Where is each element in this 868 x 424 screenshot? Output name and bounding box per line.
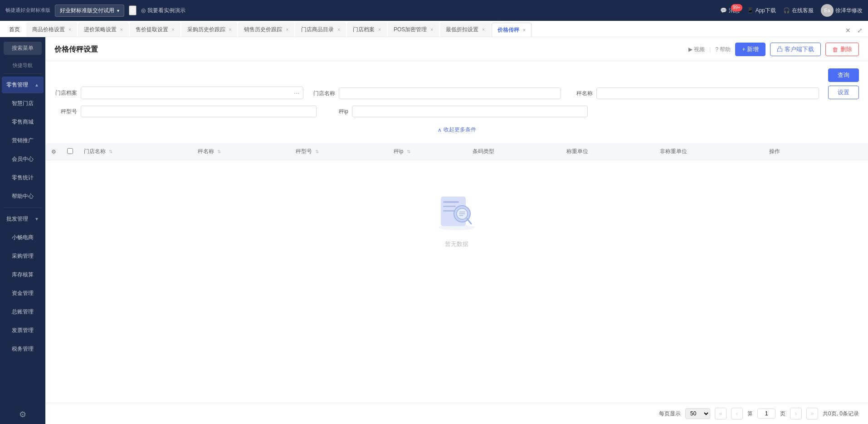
expand-tabs-button[interactable]: ⤢ <box>855 26 864 35</box>
sidebar-item-retail-mgmt[interactable]: 零售管理 ▲ <box>2 77 44 93</box>
select-all-checkbox[interactable] <box>67 148 73 154</box>
sort-icon[interactable]: ⇅ <box>315 149 319 154</box>
empty-state: 暂无数据 <box>45 160 868 275</box>
tab-home[interactable]: 首页 <box>4 22 25 37</box>
close-tab-button[interactable]: ✕ <box>844 26 853 35</box>
tab-store-catalog[interactable]: 门店商品目录 × <box>295 22 346 37</box>
scale-name-label: 秤名称 <box>570 90 593 97</box>
next-page-button[interactable]: › <box>790 408 802 419</box>
store-archive-group: 门店档案 ··· <box>54 87 303 99</box>
sidebar-quick-nav[interactable]: 快捷导航 <box>0 59 45 72</box>
sidebar-item-tax-mgmt[interactable]: 税务管理 <box>2 341 44 357</box>
sidebar-item-member-center[interactable]: 会员中心 <box>2 151 44 168</box>
table-header-row: ⚙ 门店名称 ⇅ 秤名称 ⇅ 秤型号 <box>45 143 868 160</box>
search-button[interactable]: 查询 <box>828 68 859 82</box>
page-label: 算 <box>747 410 753 418</box>
th-weight-unit: 称重单位 <box>561 143 655 160</box>
settings-icon[interactable]: ⚙ <box>0 405 45 424</box>
tab-sales-history[interactable]: 销售历史价跟踪 × <box>238 22 294 37</box>
delete-icon: 🗑 <box>832 46 838 53</box>
search-menu-button[interactable]: 搜索菜单 <box>4 42 42 55</box>
content-area: 价格传秤设置 ▶ 视频 | ? 帮助 + 新增 凸 客户端下载 🗑 <box>45 37 868 424</box>
tab-price-transfer[interactable]: 价格传秤 × <box>492 23 532 37</box>
store-name-group: 门店名称 <box>312 87 561 99</box>
close-icon[interactable]: × <box>482 27 485 32</box>
first-page-button[interactable]: « <box>715 408 727 419</box>
scale-model-input[interactable] <box>81 106 317 117</box>
video-help-link[interactable]: ▶ 视频 <box>688 46 705 53</box>
sort-icon[interactable]: ⇅ <box>109 149 112 154</box>
th-ops: 操作 <box>764 143 868 160</box>
sidebar-item-marketing[interactable]: 营销推广 <box>2 132 44 149</box>
demo-button[interactable]: ◎ 我要看实例演示 <box>141 7 185 14</box>
close-icon[interactable]: × <box>337 27 340 32</box>
sidebar-item-retail-stats[interactable]: 零售统计 <box>2 169 44 186</box>
close-icon[interactable]: × <box>286 27 288 32</box>
main-layout: 搜索菜单 快捷导航 零售管理 ▲ 智慧门店 零售商城 营销推广 会员中心 零售统… <box>0 37 868 424</box>
pagination-bar: 每页显示 50 20 100 « ‹ 算 页 › » 共0页, 0条记录 <box>45 403 868 424</box>
top-bar-right: 💬 消息 99+ 📱 App下载 🎧 在线客服 Ea 徐泽华修改 <box>720 4 863 17</box>
page-size-select[interactable]: 50 20 100 <box>685 408 710 419</box>
close-icon[interactable]: × <box>378 27 381 32</box>
store-archive-input[interactable] <box>81 87 290 99</box>
sidebar-item-help-center[interactable]: 帮助中心 <box>2 188 44 205</box>
sort-icon[interactable]: ⇅ <box>407 149 410 154</box>
page-number-input[interactable] <box>757 409 775 419</box>
tab-pos-management[interactable]: POS加密管理 × <box>388 22 439 37</box>
sort-icon[interactable]: ⇅ <box>217 149 221 154</box>
app-download-button[interactable]: 📱 App下载 <box>747 7 776 14</box>
sidebar-item-wholesale-mgmt[interactable]: 批发管理 ▼ <box>2 211 44 227</box>
sidebar-item-purchase-mgmt[interactable]: 采购管理 <box>2 248 44 265</box>
sidebar-item-capital-mgmt[interactable]: 资金管理 <box>2 285 44 302</box>
page-size-label: 每页显示 <box>659 410 681 418</box>
store-archive-dots-button[interactable]: ··· <box>290 87 303 99</box>
close-icon[interactable]: × <box>120 27 123 32</box>
store-name-input[interactable] <box>339 87 561 99</box>
tab-purchase-history[interactable]: 采购历史价跟踪 × <box>181 22 238 37</box>
sidebar: 搜索菜单 快捷导航 零售管理 ▲ 智慧门店 零售商城 营销推广 会员中心 零售统… <box>0 37 45 424</box>
scale-name-input[interactable] <box>596 87 819 99</box>
version-settings-icon[interactable]: ⚙ <box>129 5 137 15</box>
prev-page-button[interactable]: ‹ <box>731 408 743 419</box>
page-header-actions: ▶ 视频 | ? 帮助 + 新增 凸 客户端下载 🗑 删除 <box>688 43 859 56</box>
close-icon[interactable]: × <box>430 27 433 32</box>
sidebar-item-invoice-mgmt[interactable]: 发票管理 <box>2 322 44 339</box>
table-area: ⚙ 门店名称 ⇅ 秤名称 ⇅ 秤型号 <box>45 143 868 403</box>
tab-store-archive[interactable]: 门店档案 × <box>347 22 387 37</box>
tab-purchase-strategy[interactable]: 进价策略设置 × <box>78 22 129 37</box>
video-icon: ▶ <box>688 46 692 53</box>
close-icon[interactable]: × <box>68 27 71 32</box>
online-service-button[interactable]: 🎧 在线客服 <box>783 7 814 14</box>
delete-button[interactable]: 🗑 删除 <box>825 43 859 56</box>
close-icon[interactable]: × <box>229 27 232 32</box>
empty-row: 暂无数据 <box>45 160 868 276</box>
close-icon[interactable]: × <box>172 27 175 32</box>
sidebar-item-small-ecom[interactable]: 小畅电商 <box>2 229 44 246</box>
tab-sell-pickup[interactable]: 售价提取设置 × <box>130 22 180 37</box>
messages-badge: 99+ <box>731 4 742 11</box>
th-scale-model: 秤型号 ⇅ <box>290 143 388 160</box>
th-settings[interactable]: ⚙ <box>45 143 62 160</box>
last-page-button[interactable]: » <box>806 408 818 419</box>
sidebar-item-retail-mall[interactable]: 零售商城 <box>2 114 44 130</box>
help-link[interactable]: ? 帮助 <box>715 46 731 53</box>
scale-ip-input[interactable] <box>352 106 588 117</box>
sidebar-item-general-ledger[interactable]: 总账管理 <box>2 304 44 320</box>
th-checkbox[interactable] <box>62 143 78 160</box>
settings-form-button[interactable]: 设置 <box>828 86 859 99</box>
tab-price-settings[interactable]: 商品价格设置 × <box>26 22 77 37</box>
close-icon[interactable]: × <box>523 28 526 33</box>
tab-bar: 首页 商品价格设置 × 进价策略设置 × 售价提取设置 × 采购历史价跟踪 × … <box>0 21 868 37</box>
user-menu-button[interactable]: Ea 徐泽华修改 <box>821 4 863 17</box>
add-button[interactable]: + 新增 <box>735 43 766 56</box>
empty-illustration <box>429 188 484 233</box>
version-selector[interactable]: 好业财标准版交付试用 ▾ <box>55 5 124 17</box>
sidebar-item-smart-store[interactable]: 智慧门店 <box>2 95 44 112</box>
messages-button[interactable]: 💬 消息 99+ <box>720 7 740 14</box>
download-client-button[interactable]: 凸 客户端下载 <box>770 43 821 56</box>
collapse-conditions-button[interactable]: ∧ 收起更多条件 <box>438 124 476 136</box>
scale-model-group: 秤型号 <box>54 106 317 117</box>
chevron-down-icon: ▼ <box>34 217 39 222</box>
tab-min-discount[interactable]: 最低折扣设置 × <box>440 22 491 37</box>
sidebar-item-inventory[interactable]: 库存核算 <box>2 266 44 283</box>
